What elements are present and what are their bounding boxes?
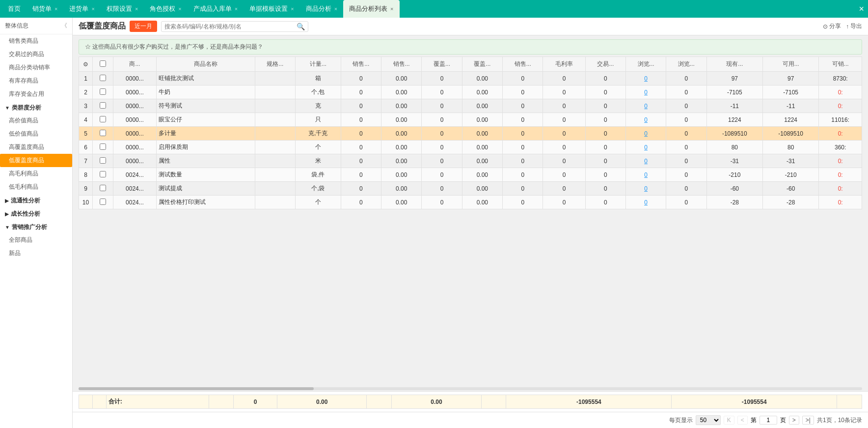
sidebar-item-low-profit[interactable]: 低毛利商品: [0, 180, 72, 194]
transaction-column-header[interactable]: 交易...: [585, 57, 625, 72]
row-browse1[interactable]: 0: [625, 182, 666, 196]
share-button[interactable]: ⊙ 分享: [823, 22, 841, 30]
sales-amount-column-header[interactable]: 销售...: [381, 57, 421, 72]
nav-tab-products[interactable]: 产成品入库单 ×: [188, 0, 244, 18]
sidebar-item-sales-goods[interactable]: 销售类商品: [0, 34, 72, 48]
row-browse1[interactable]: 0: [625, 196, 666, 209]
row-checkbox[interactable]: [93, 196, 113, 209]
close-icon[interactable]: ×: [291, 6, 294, 12]
row-checkbox[interactable]: [93, 168, 113, 182]
sidebar-group-growth[interactable]: ▶ 成长性分析: [0, 207, 72, 220]
sidebar-item-all-goods[interactable]: 全部商品: [0, 233, 72, 247]
row-unit: 个: [296, 196, 341, 209]
row-name: 多计量: [156, 127, 255, 141]
sidebar-item-new-goods[interactable]: 新品: [0, 247, 72, 260]
row-sellable: 11016:: [819, 113, 862, 127]
close-icon[interactable]: ×: [54, 6, 57, 12]
unit-column-header[interactable]: 计量...: [296, 57, 341, 72]
row-checkbox[interactable]: [93, 113, 113, 127]
row-checkbox[interactable]: [93, 141, 113, 154]
close-icon[interactable]: ×: [235, 6, 238, 12]
row-code: 0024...: [113, 168, 157, 182]
nav-tab-permissions[interactable]: 权限设置 ×: [101, 0, 144, 18]
sidebar-item-low-value[interactable]: 低价值商品: [0, 127, 72, 141]
prev-page-button[interactable]: <: [737, 416, 748, 425]
nav-tab-analysis-list[interactable]: 商品分析列表 ×: [343, 0, 399, 18]
close-icon[interactable]: ×: [91, 6, 94, 12]
export-button[interactable]: ↑ 导出: [846, 22, 862, 30]
table-row: 1 0000... 旺铺批次测试 箱 0 0.00 0 0.00 0 0 0 0…: [79, 72, 862, 86]
time-filter-button[interactable]: 近一月: [130, 21, 157, 32]
nav-tab-analysis[interactable]: 商品分析 ×: [300, 0, 343, 18]
row-browse1[interactable]: 0: [625, 154, 666, 168]
nav-tab-home[interactable]: 首页: [2, 0, 27, 18]
last-page-button[interactable]: >|: [802, 416, 814, 425]
next-page-button[interactable]: >: [789, 416, 799, 425]
sidebar-item-sales-rate[interactable]: 商品分类动销率: [0, 61, 72, 74]
row-checkbox[interactable]: [93, 86, 113, 99]
nav-tab-purchase[interactable]: 进货单 ×: [63, 0, 100, 18]
row-cov1: 0: [422, 113, 462, 127]
row-browse1[interactable]: 0: [625, 72, 666, 86]
page-number-input[interactable]: [760, 416, 777, 425]
row-browse1[interactable]: 0: [625, 141, 666, 154]
sidebar-item-low-coverage[interactable]: 低覆盖度商品: [0, 154, 72, 167]
sidebar-item-high-coverage[interactable]: 高覆盖度商品: [0, 141, 72, 154]
name-column-header[interactable]: 商品名称: [156, 57, 255, 72]
available-column-header[interactable]: 可用...: [762, 57, 818, 72]
sidebar-group-marketing[interactable]: ▼ 营销推广分析: [0, 220, 72, 233]
row-cov2: 0.00: [462, 86, 502, 99]
coverage2-column-header[interactable]: 覆盖...: [462, 57, 502, 72]
row-available: -7105: [762, 86, 818, 99]
row-no: 8: [79, 168, 93, 182]
settings-column-header[interactable]: ⚙: [79, 57, 93, 72]
row-browse1[interactable]: 0: [625, 127, 666, 141]
sidebar-item-high-profit[interactable]: 高毛利商品: [0, 167, 72, 180]
nav-tab-role[interactable]: 角色授权 ×: [144, 0, 187, 18]
row-browse1[interactable]: 0: [625, 86, 666, 99]
nav-tab-sales[interactable]: 销货单 ×: [27, 0, 63, 18]
close-icon[interactable]: ×: [334, 6, 337, 12]
close-icon[interactable]: ×: [390, 6, 393, 12]
row-spec: [255, 113, 295, 127]
search-input[interactable]: [164, 23, 297, 30]
row-browse1[interactable]: 0: [625, 168, 666, 182]
row-sales-other: 0: [503, 141, 543, 154]
close-all-button[interactable]: ×: [859, 4, 864, 13]
first-page-button[interactable]: K: [724, 416, 734, 425]
sidebar-item-capital-occupy[interactable]: 库存资金占用: [0, 87, 72, 101]
horizontal-scrollbar[interactable]: [73, 386, 868, 391]
sellable-column-header[interactable]: 可销...: [819, 57, 862, 72]
browse2-column-header[interactable]: 浏览...: [666, 57, 706, 72]
sidebar-group-circulation[interactable]: ▶ 流通性分析: [0, 194, 72, 207]
row-checkbox[interactable]: [93, 127, 113, 141]
sidebar-item-traded-goods[interactable]: 交易过的商品: [0, 48, 72, 61]
row-checkbox[interactable]: [93, 182, 113, 196]
coverage1-column-header[interactable]: 覆盖...: [422, 57, 462, 72]
sidebar-group-quality[interactable]: ▼ 类群度分析: [0, 101, 72, 114]
close-icon[interactable]: ×: [135, 6, 138, 12]
row-checkbox[interactable]: [93, 72, 113, 86]
per-page-select[interactable]: 50 100 200: [696, 415, 721, 425]
row-browse1[interactable]: 0: [625, 113, 666, 127]
browse1-column-header[interactable]: 浏览...: [625, 57, 666, 72]
sales-other-column-header[interactable]: 销售...: [503, 57, 543, 72]
row-checkbox[interactable]: [93, 154, 113, 168]
scrollbar-thumb[interactable]: [79, 387, 314, 390]
close-icon[interactable]: ×: [178, 6, 181, 12]
sidebar-item-high-value[interactable]: 高价值商品: [0, 114, 72, 127]
checkbox-column-header[interactable]: [93, 57, 113, 72]
nav-tab-template[interactable]: 单据模板设置 ×: [244, 0, 299, 18]
sidebar-item-has-stock[interactable]: 有库存商品: [0, 74, 72, 87]
row-checkbox[interactable]: [93, 99, 113, 113]
spec-column-header[interactable]: 规格...: [255, 57, 295, 72]
select-all-checkbox[interactable]: [100, 60, 106, 67]
share-icon: ⊙: [823, 23, 828, 30]
gross-rate-column-header[interactable]: 毛利率: [543, 57, 585, 72]
row-browse1[interactable]: 0: [625, 99, 666, 113]
table-area[interactable]: ⚙ 商... 商品名称 规格... 计量... 销售... 销售... 覆盖..…: [73, 57, 868, 386]
code-column-header[interactable]: 商...: [113, 57, 157, 72]
sales-count-column-header[interactable]: 销售...: [341, 57, 381, 72]
current-column-header[interactable]: 现有...: [706, 57, 762, 72]
sidebar-collapse-icon[interactable]: 《: [61, 22, 67, 30]
